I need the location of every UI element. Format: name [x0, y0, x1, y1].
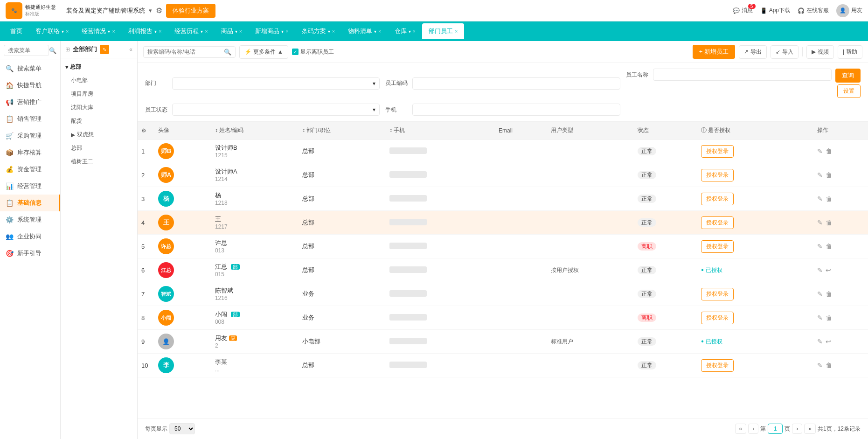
auth-btn[interactable]: 授权登录 — [701, 240, 734, 253]
edit-icon[interactable]: ✎ — [817, 314, 823, 321]
tab-new-goods[interactable]: 新增商品 ▾× — [249, 23, 295, 39]
close-icon[interactable]: × — [285, 28, 288, 34]
col-dept[interactable]: ↕ 部门/职位 — [299, 122, 386, 139]
delete-icon[interactable]: 🗑 — [826, 147, 832, 155]
show-resigned-toggle[interactable]: ✓ 显示离职员工 — [292, 48, 334, 56]
sidebar-item-finance[interactable]: 💰 资金管理 — [0, 161, 60, 178]
export-btn[interactable]: ↗ 导出 — [739, 45, 767, 59]
tab-employees[interactable]: 部门员工 × — [422, 23, 464, 39]
sidebar-item-inventory[interactable]: 📦 库存核算 — [0, 144, 60, 161]
edit-icon[interactable]: ✎ — [817, 266, 823, 274]
tab-history[interactable]: 经营历程 ▾× — [168, 23, 214, 39]
emp-name-input[interactable] — [653, 69, 832, 81]
edit-icon[interactable]: ✎ — [817, 195, 823, 202]
sidebar-item-sales[interactable]: 📋 销售管理 — [0, 111, 60, 127]
edit-icon[interactable]: ✎ — [817, 243, 823, 250]
sidebar-item-search[interactable]: 🔍 搜索菜单 — [0, 60, 60, 77]
dept-node-shuanghu[interactable]: ▶ 双虎想 — [61, 128, 137, 141]
page-size-select[interactable]: 50 100 — [169, 423, 195, 434]
col-name[interactable]: ↕ 姓名/编码 — [211, 122, 299, 139]
app-download-btn[interactable]: 📱 App下载 — [760, 7, 790, 14]
dept-node-shenyang[interactable]: 沈阳大库 — [61, 101, 137, 114]
last-page-btn[interactable]: » — [804, 424, 816, 434]
auth-btn[interactable]: 授权登录 — [701, 359, 734, 372]
delete-icon[interactable]: 🗑 — [826, 314, 832, 321]
set-btn[interactable]: 设置 — [837, 84, 861, 98]
edit-icon[interactable]: ✎ — [817, 362, 823, 369]
sidebar-search-input[interactable] — [4, 45, 49, 56]
first-page-btn[interactable]: « — [735, 424, 747, 434]
msg-btn[interactable]: 💬 消息 5 — [733, 7, 753, 14]
auth-btn[interactable]: 授权登录 — [701, 145, 734, 158]
sidebar-item-system[interactable]: ⚙️ 系统管理 — [0, 211, 60, 228]
next-page-btn[interactable]: › — [792, 424, 802, 434]
dept-node-zongbu2[interactable]: 总部 — [61, 141, 137, 155]
service-btn[interactable]: 🎧 在线客服 — [798, 7, 829, 14]
tab-goods[interactable]: 商品 ▾× — [215, 23, 249, 39]
close-icon[interactable]: × — [413, 28, 416, 34]
sidebar-item-nav[interactable]: 🏠 快捷导航 — [0, 77, 60, 94]
delete-icon[interactable]: 🗑 — [826, 243, 832, 250]
delete-icon[interactable]: ↩ — [826, 266, 831, 274]
sidebar-item-basic[interactable]: 📋 基础信息 — [0, 195, 60, 211]
help-btn[interactable]: | 帮助 — [838, 45, 862, 59]
settings-btn[interactable]: ⚙ — [156, 6, 162, 15]
col-settings[interactable]: ⚙ — [138, 122, 154, 139]
phone-input[interactable] — [412, 104, 620, 116]
close-icon[interactable]: × — [112, 28, 115, 34]
auth-btn[interactable]: 授权登录 — [701, 193, 734, 205]
dept-node-peihuo[interactable]: 配货 — [61, 114, 137, 128]
sidebar-item-operations[interactable]: 📊 经营管理 — [0, 178, 60, 195]
query-btn[interactable]: 查询 — [835, 69, 861, 83]
tab-home[interactable]: 首页 — [4, 23, 29, 39]
auth-btn[interactable]: 授权登录 — [701, 169, 734, 181]
prev-page-btn[interactable]: ‹ — [748, 424, 758, 434]
auth-btn[interactable]: 授权登录 — [701, 312, 734, 324]
delete-icon[interactable]: ↩ — [826, 338, 831, 345]
add-employee-btn[interactable]: + 新增员工 — [693, 45, 735, 59]
tab-customer[interactable]: 客户联络 ▾× — [29, 23, 75, 39]
close-icon[interactable]: × — [205, 28, 208, 34]
delete-icon[interactable]: 🗑 — [826, 171, 832, 179]
delete-icon[interactable]: 🗑 — [826, 195, 832, 202]
col-phone[interactable]: ↕ 手机 — [386, 122, 495, 139]
tab-profit[interactable]: 利润报告 ▾× — [122, 23, 168, 39]
user-area[interactable]: 👤 用友 — [836, 4, 862, 17]
auth-btn[interactable]: 授权登录 — [701, 288, 734, 300]
sidebar-item-marketing[interactable]: 📢 营销推广 — [0, 94, 60, 111]
sidebar-item-guide[interactable]: 🎯 新手引导 — [0, 245, 60, 262]
emp-status-select[interactable]: ▾ — [172, 104, 380, 116]
auth-btn[interactable]: 授权登录 — [701, 216, 734, 229]
edit-icon[interactable]: ✎ — [817, 171, 823, 179]
dept-node-zonbu[interactable]: ▾ 总部 — [61, 60, 137, 74]
close-icon[interactable]: × — [332, 28, 335, 34]
tab-bom[interactable]: 物料清单 ▾× — [341, 23, 388, 39]
edit-icon[interactable]: ✎ — [817, 219, 823, 226]
dept-collapse-btn[interactable]: « — [129, 46, 132, 53]
delete-icon[interactable]: 🗑 — [826, 362, 832, 369]
delete-icon[interactable]: 🗑 — [826, 290, 832, 298]
view-btn[interactable]: ▶ 视频 — [806, 45, 834, 59]
close-icon[interactable]: × — [66, 28, 69, 34]
trial-btn[interactable]: 体验行业方案 — [166, 4, 215, 18]
edit-icon[interactable]: ✎ — [817, 338, 823, 345]
dept-node-project[interactable]: 项目库房 — [61, 87, 137, 101]
dept-edit-icon[interactable]: ✎ — [100, 45, 109, 54]
close-icon[interactable]: × — [455, 28, 458, 34]
search-input[interactable] — [147, 49, 222, 55]
dept-node-xiaodian[interactable]: 小电部 — [61, 74, 137, 87]
edit-icon[interactable]: ✎ — [817, 147, 823, 155]
tab-barcode[interactable]: 条码方案 ▾× — [295, 23, 341, 39]
dept-select[interactable]: ▾ — [172, 77, 380, 90]
sidebar-item-collab[interactable]: 👥 企业协同 — [0, 228, 60, 245]
tab-operations[interactable]: 经营情况 ▾× — [75, 23, 121, 39]
import-btn[interactable]: ↙ 导入 — [771, 45, 799, 59]
dept-node-zhishu[interactable]: 植树王二 — [61, 155, 137, 168]
close-icon[interactable]: × — [159, 28, 161, 34]
tab-warehouse[interactable]: 仓库 ▾× — [388, 23, 422, 39]
emp-code-input[interactable] — [412, 77, 620, 90]
sidebar-item-purchase[interactable]: 🛒 采购管理 — [0, 127, 60, 144]
edit-icon[interactable]: ✎ — [817, 290, 823, 298]
more-filter-btn[interactable]: ⚡ 更多条件 ▲ — [239, 45, 288, 59]
system-dropdown-btn[interactable]: ▾ — [149, 7, 152, 14]
